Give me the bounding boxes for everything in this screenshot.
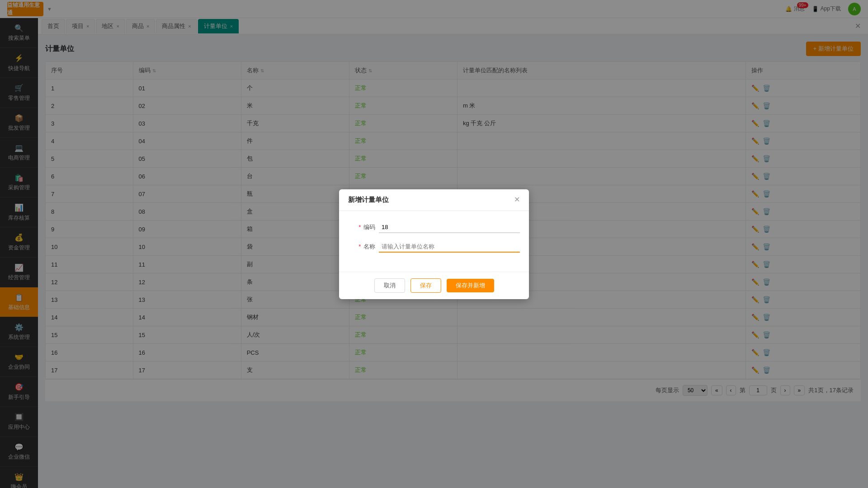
modal-overlay[interactable]: 新增计量单位 ✕ * 编码 * 名称 取消 保存 保存并新增: [0, 0, 868, 488]
save-button[interactable]: 保存: [410, 278, 441, 293]
add-unit-modal: 新增计量单位 ✕ * 编码 * 名称 取消 保存 保存并新增: [339, 189, 529, 299]
save-and-new-button[interactable]: 保存并新增: [447, 279, 494, 292]
modal-header: 新增计量单位 ✕: [339, 189, 529, 211]
code-label: * 编码: [348, 223, 375, 231]
form-row-name: * 名称: [348, 241, 520, 253]
modal-footer: 取消 保存 保存并新增: [339, 272, 529, 299]
name-input[interactable]: [379, 241, 520, 253]
modal-body: * 编码 * 名称: [339, 211, 529, 272]
code-input[interactable]: [379, 222, 520, 233]
modal-title: 新增计量单位: [348, 196, 389, 204]
form-row-code: * 编码: [348, 222, 520, 233]
name-label: * 名称: [348, 243, 375, 251]
modal-close-btn[interactable]: ✕: [514, 196, 520, 203]
cancel-button[interactable]: 取消: [374, 278, 405, 293]
